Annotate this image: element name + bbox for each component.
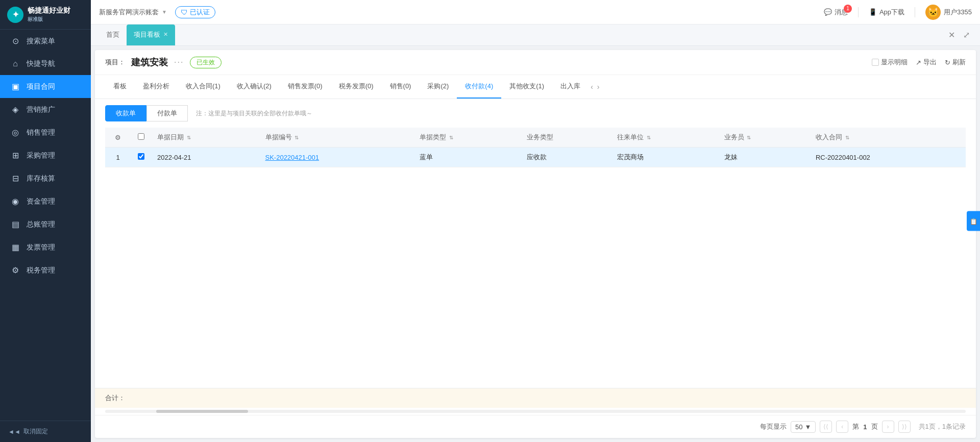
sub-tab-board[interactable]: 看板 <box>105 75 135 99</box>
first-page-btn[interactable]: ⟨⟨ <box>820 421 832 433</box>
project-label: 项目： <box>105 58 125 67</box>
cell-type: 蓝单 <box>413 148 520 167</box>
sub-tab-sales[interactable]: 销售(0) <box>382 75 420 99</box>
topbar-divider2 <box>915 7 915 17</box>
sub-tab-prev-icon[interactable]: ‹ <box>589 83 595 91</box>
horizontal-scrollbar[interactable] <box>95 408 976 415</box>
project-header: 项目： 建筑安装 ··· 已生效 显示明细 ↗ 导出 ↻ 刷新 <box>95 50 976 75</box>
cancel-pin-button[interactable]: ◄◄ 取消固定 <box>0 421 91 442</box>
col-date[interactable]: 单据日期 ⇅ <box>151 128 259 148</box>
cell-biz-type: 应收款 <box>521 148 611 167</box>
col-code[interactable]: 单据编号 ⇅ <box>259 128 414 148</box>
sidebar-item-tax[interactable]: ⚙ 税务管理 <box>0 259 91 282</box>
page-unit: 页 <box>871 422 878 431</box>
next-page-btn[interactable]: › <box>882 421 894 433</box>
cell-salesperson: 龙妹 <box>718 148 810 167</box>
refresh-button[interactable]: ↻ 刷新 <box>945 58 966 67</box>
sidebar-item-finance[interactable]: ◉ 资金管理 <box>0 190 91 213</box>
tab-project-board[interactable]: 项目看板 ✕ <box>127 24 175 45</box>
sub-tab-inout[interactable]: 出入库 <box>552 75 589 99</box>
message-button[interactable]: 💬 消息 1 <box>824 8 848 17</box>
row-checkbox[interactable] <box>138 153 144 160</box>
sub-tab-other[interactable]: 其他收支(1) <box>501 75 552 99</box>
project-status-badge: 已生效 <box>190 57 222 68</box>
cell-partner: 宏茂商场 <box>611 148 718 167</box>
gear-icon[interactable]: ⚙ <box>115 134 121 141</box>
col-salesperson[interactable]: 业务员 ⇅ <box>718 128 810 148</box>
table-container: ⚙ 单据日期 ⇅ 单据编号 ⇅ <box>95 128 976 388</box>
tab-home[interactable]: 首页 <box>99 24 127 45</box>
sort-icon-6: ⇅ <box>845 135 849 140</box>
tab-close-btn[interactable]: ✕ <box>946 28 957 42</box>
select-all-checkbox[interactable] <box>138 133 144 140</box>
app-download-button[interactable]: 📱 App下载 <box>869 8 904 17</box>
table-header-row: ⚙ 单据日期 ⇅ 单据编号 ⇅ <box>105 128 966 148</box>
sidebar-item-invoice[interactable]: ▦ 发票管理 <box>0 236 91 259</box>
sidebar-item-project-contract[interactable]: ▣ 项目合同 <box>0 75 91 98</box>
col-income-contract[interactable]: 收入合同 ⇅ <box>810 128 966 148</box>
scrollbar-track <box>105 410 966 413</box>
project-title: 建筑安装 <box>131 56 168 68</box>
sub-tab-sales-invoice[interactable]: 销售发票(0) <box>280 75 331 99</box>
app-logo-icon: ✦ <box>7 7 23 23</box>
sub-tab-next-icon[interactable]: › <box>595 83 602 91</box>
sidebar-scroll: ⊙ 搜索菜单 ⌂ 快捷导航 ▣ 项目合同 ◈ 营销推广 ◎ 销售管理 ⊞ 采购管… <box>0 30 91 421</box>
sub-tab-payment[interactable]: 收付款(4) <box>457 75 501 99</box>
right-sticky-btn[interactable]: 📋 <box>967 211 980 231</box>
scrollbar-thumb[interactable] <box>156 410 248 413</box>
col-checkbox[interactable] <box>131 128 151 148</box>
chevron-down-icon: ▼ <box>162 9 167 15</box>
sidebar-item-sales[interactable]: ◎ 销售管理 <box>0 121 91 144</box>
tab-close-icon[interactable]: ✕ <box>163 31 168 38</box>
ledger-icon: ▤ <box>10 219 20 229</box>
sub-tab-profit[interactable]: 盈利分析 <box>135 75 178 99</box>
col-type[interactable]: 单据类型 ⇅ <box>413 128 520 148</box>
sub-tab-income-confirm[interactable]: 收入确认(2) <box>229 75 280 99</box>
avatar: 🐱 <box>925 5 941 20</box>
topbar-actions: 💬 消息 1 📱 App下载 🐱 用户3355 <box>824 5 972 20</box>
sub-tab-tax-invoice[interactable]: 税务发票(0) <box>331 75 382 99</box>
project-more-btn[interactable]: ··· <box>174 58 184 67</box>
sidebar-item-search[interactable]: ⊙ 搜索菜单 <box>0 30 91 53</box>
col-num: ⚙ <box>105 128 131 148</box>
bill-type-tabs: 收款单 付款单 注：这里是与项目关联的全部收付款单哦～ <box>95 99 976 128</box>
main-area: 新服务官网演示账套 ▼ 🛡 已认证 💬 消息 1 📱 App下载 🐱 用户335… <box>91 0 980 442</box>
show-detail-checkbox[interactable]: 显示明细 <box>872 58 908 67</box>
tabs-bar: 首页 项目看板 ✕ ✕ ⤢ <box>91 24 980 46</box>
sidebar-item-quick-nav[interactable]: ⌂ 快捷导航 <box>0 53 91 75</box>
sort-icon-4: ⇅ <box>647 135 651 140</box>
last-page-btn[interactable]: ⟩⟩ <box>898 421 911 433</box>
current-page: 1 <box>863 423 867 431</box>
sidebar-item-inventory[interactable]: ⊟ 库存核算 <box>0 167 91 190</box>
cell-code: SK-20220421-001 <box>259 148 414 167</box>
export-icon: ↗ <box>916 59 921 66</box>
cell-date: 2022-04-21 <box>151 148 259 167</box>
sidebar-item-marketing[interactable]: ◈ 营销推广 <box>0 98 91 121</box>
account-selector[interactable]: 新服务官网演示账套 ▼ <box>99 8 167 17</box>
prev-page-btn[interactable]: ‹ <box>836 421 848 433</box>
sidebar: ✦ 畅捷通好业财 标准版 ⊙ 搜索菜单 ⌂ 快捷导航 ▣ 项目合同 ◈ 营销推广… <box>0 0 91 442</box>
pagination: 每页显示 50 ▼ ⟨⟨ ‹ 第 1 页 › ⟩⟩ 共1页，1条记录 <box>95 415 976 438</box>
bill-code-link[interactable]: SK-20220421-001 <box>265 154 320 161</box>
page-label: 第 <box>852 422 859 431</box>
sort-icon-5: ⇅ <box>747 135 751 140</box>
bill-tab-receipt[interactable]: 收款单 <box>105 105 146 121</box>
export-button[interactable]: ↗ 导出 <box>916 58 937 67</box>
per-page-select[interactable]: 50 ▼ <box>791 421 816 433</box>
tab-controls: ✕ ⤢ <box>946 28 972 42</box>
bill-tab-payment[interactable]: 付款单 <box>146 105 188 121</box>
sidebar-item-ledger[interactable]: ▤ 总账管理 <box>0 213 91 236</box>
account-name: 新服务官网演示账套 <box>99 8 159 17</box>
total-row: 合计： <box>95 388 976 408</box>
col-partner[interactable]: 往来单位 ⇅ <box>611 128 718 148</box>
total-info: 共1页，1条记录 <box>919 422 966 431</box>
tab-expand-btn[interactable]: ⤢ <box>961 28 972 42</box>
sort-icon-3: ⇅ <box>449 135 453 140</box>
sidebar-item-purchase[interactable]: ⊞ 采购管理 <box>0 144 91 167</box>
contract-icon: ▣ <box>10 82 20 91</box>
cell-checkbox[interactable] <box>131 148 151 167</box>
sub-tab-purchase[interactable]: 采购(2) <box>419 75 457 99</box>
sub-tab-income-contract[interactable]: 收入合同(1) <box>178 75 229 99</box>
project-header-actions: 显示明细 ↗ 导出 ↻ 刷新 <box>872 58 966 67</box>
user-menu[interactable]: 🐱 用户3355 <box>925 5 972 20</box>
